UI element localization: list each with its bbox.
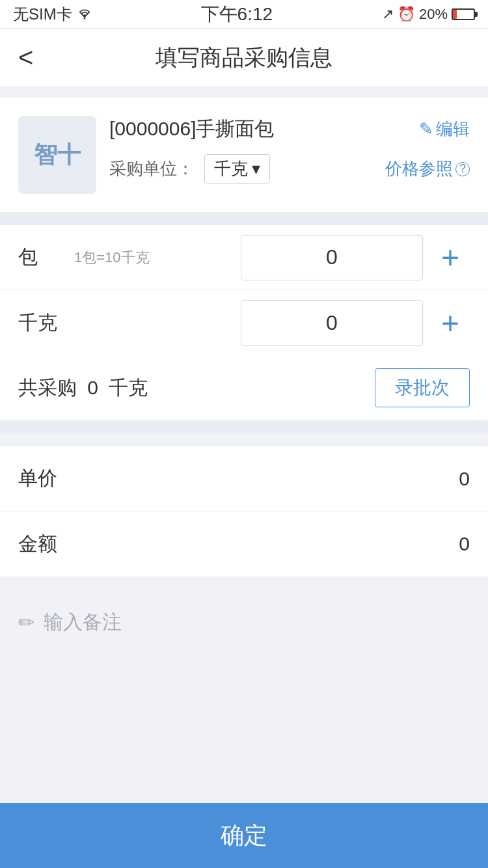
battery-icon xyxy=(452,8,475,20)
product-thumbnail: 智十 xyxy=(18,116,96,194)
edit-icon: ✎ xyxy=(419,119,433,139)
price-ref-button[interactable]: 价格参照 ? xyxy=(385,157,470,180)
summary-quantity: 0 xyxy=(87,377,98,398)
unit-value: 千克 xyxy=(214,157,248,180)
price-section: 单价 0 金额 0 xyxy=(0,446,488,576)
summary-unit: 千克 xyxy=(109,377,148,398)
amount-row: 金额 0 xyxy=(0,511,488,576)
status-time: 下午6:12 xyxy=(201,2,273,27)
product-card: 智十 [0000006]手撕面包 ✎ 编辑 采购单位： 千克 ▾ 价格参照 ? xyxy=(0,98,488,212)
bao-input[interactable] xyxy=(241,235,423,280)
note-section[interactable]: ✏ 输入备注 xyxy=(0,590,488,655)
unit-price-label: 单价 xyxy=(18,465,57,492)
dropdown-arrow: ▾ xyxy=(252,159,260,179)
wifi-icon xyxy=(77,5,92,23)
bao-label: 包 xyxy=(18,244,70,271)
amount-value: 0 xyxy=(459,533,470,555)
section-divider-2 xyxy=(0,420,488,433)
carrier-label: 无SIM卡 xyxy=(13,4,72,25)
product-thumb-text: 智十 xyxy=(34,141,81,169)
product-info: [0000006]手撕面包 ✎ 编辑 采购单位： 千克 ▾ 价格参照 ? xyxy=(109,116,470,183)
kg-label: 千克 xyxy=(18,310,70,336)
confirm-section[interactable]: 确定 xyxy=(0,803,488,868)
alarm-icon: ⏰ xyxy=(398,6,415,23)
bao-plus-button[interactable]: + xyxy=(431,235,470,280)
bao-input-row: 包 1包=10千克 + xyxy=(0,225,488,290)
bao-control: + xyxy=(150,235,470,280)
location-icon: ↗ xyxy=(382,6,394,23)
unit-selector-group: 采购单位： 千克 ▾ xyxy=(109,154,270,183)
confirm-button[interactable]: 确定 xyxy=(221,820,267,852)
product-name: [0000006]手撕面包 xyxy=(109,116,274,142)
kg-input-row: 千克 + xyxy=(0,290,488,355)
product-header: [0000006]手撕面包 ✎ 编辑 xyxy=(109,116,470,142)
edit-label: 编辑 xyxy=(436,118,470,141)
status-bar: 无SIM卡 下午6:12 ↗ ⏰ 20% xyxy=(0,0,488,29)
battery-percent: 20% xyxy=(419,6,448,23)
edit-button[interactable]: ✎ 编辑 xyxy=(419,118,470,141)
status-left: 无SIM卡 xyxy=(13,4,92,25)
note-placeholder: 输入备注 xyxy=(44,609,122,636)
bao-sub-label: 1包=10千克 xyxy=(74,248,150,267)
pencil-icon: ✏ xyxy=(18,611,34,634)
kg-plus-button[interactable]: + xyxy=(431,300,470,346)
section-divider-1 xyxy=(0,212,488,225)
back-button[interactable]: < xyxy=(18,43,33,72)
summary-row: 共采购 0 千克 录批次 xyxy=(0,355,488,420)
quantity-input-section: 包 1包=10千克 + 千克 + xyxy=(0,225,488,355)
page-title: 填写商品采购信息 xyxy=(156,43,332,73)
summary-prefix: 共采购 xyxy=(18,377,77,398)
kg-control: + xyxy=(70,300,470,346)
status-right: ↗ ⏰ 20% xyxy=(382,6,475,23)
nav-bar: < 填写商品采购信息 xyxy=(0,29,488,87)
question-icon: ? xyxy=(455,162,470,176)
amount-label: 金额 xyxy=(18,531,57,558)
summary-text: 共采购 0 千克 xyxy=(18,375,148,401)
product-unit-row: 采购单位： 千克 ▾ 价格参照 ? xyxy=(109,154,470,183)
price-ref-label: 价格参照 xyxy=(385,157,453,180)
batch-button[interactable]: 录批次 xyxy=(375,368,470,407)
unit-price-row: 单价 0 xyxy=(0,446,488,511)
unit-select-dropdown[interactable]: 千克 ▾ xyxy=(204,154,270,183)
unit-prefix-label: 采购单位： xyxy=(109,159,194,178)
kg-input[interactable] xyxy=(241,300,423,346)
unit-price-value: 0 xyxy=(459,468,470,490)
svg-point-0 xyxy=(83,17,85,19)
